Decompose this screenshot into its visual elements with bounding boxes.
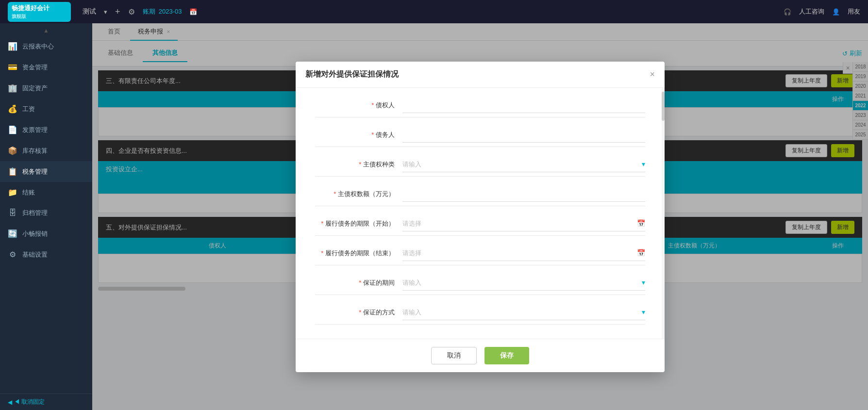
content-area: 首页 税务申报 × 基础信息 其他信息 ↺ 刷新: [92, 23, 868, 410]
logo-text: 畅捷通好会计: [12, 4, 50, 13]
modal-scrollbar-thumb[interactable]: [662, 92, 665, 121]
modal: 新增对外提供保证担保情况 × * 债权人: [296, 62, 665, 372]
tax-mgmt-icon: 📋: [8, 167, 17, 176]
period-start-input[interactable]: [402, 218, 637, 229]
sidebar-label-payroll: 工资: [22, 105, 35, 114]
form-row-guarantee-period: * 保证的期间 ▾: [315, 275, 645, 295]
debtor-input-wrap: [402, 127, 645, 143]
form-row-period-end: * 履行债务的期限（结束） 📅: [315, 246, 645, 265]
form-row-creditor: * 债权人: [315, 98, 645, 117]
add-icon[interactable]: +: [115, 7, 120, 17]
main-layout: ▲ 📊 云报表中心 💳 资金管理 🏢 固定资产 💰 工资 📄 发票管理 📦 库存…: [0, 23, 868, 410]
sidebar-label-closing: 结账: [22, 188, 35, 197]
debt-amount-label: * 主债权数额（万元）: [315, 190, 402, 198]
sidebar-label-tax-mgmt: 税务管理: [22, 167, 48, 176]
creditor-input-wrap: [402, 98, 645, 113]
company-name: 测试: [83, 7, 96, 16]
guarantee-method-input[interactable]: [402, 307, 642, 318]
logo-sub: 旗舰版: [12, 13, 50, 20]
sidebar-item-payroll[interactable]: 💰 工资: [0, 98, 92, 119]
service-icon: 🎧: [784, 8, 791, 16]
debtor-input[interactable]: [402, 129, 645, 140]
modal-title: 新增对外提供保证担保情况: [305, 69, 399, 80]
unfix-sidebar[interactable]: ◀ ◀ 取消固定: [0, 394, 92, 410]
sidebar-label-fund-mgmt: 资金管理: [22, 63, 48, 72]
sidebar-item-cloud-report[interactable]: 📊 云报表中心: [0, 36, 92, 57]
period-value: 2023-03: [159, 8, 182, 15]
form-row-debt-amount: * 主债权数额（万元）: [315, 186, 645, 206]
sidebar-item-archive[interactable]: 🗄 归档管理: [0, 203, 92, 223]
unfix-icon: ◀: [8, 399, 12, 406]
modal-close-button[interactable]: ×: [650, 70, 655, 79]
expense-icon: 🔄: [8, 229, 17, 238]
period-end-input-wrap: 📅: [402, 246, 645, 261]
period-label: 账期 2023-03: [143, 7, 182, 16]
creditor-label: * 债权人: [315, 101, 402, 110]
cancel-button[interactable]: 取消: [431, 347, 477, 364]
creditor-input[interactable]: [402, 99, 645, 111]
guarantee-period-input-wrap: ▾: [402, 275, 645, 291]
sidebar-label-base-settings: 基础设置: [22, 250, 48, 259]
period-end-input[interactable]: [402, 247, 637, 259]
debt-type-label: * 主债权种类: [315, 160, 402, 169]
base-settings-icon: ⚙: [8, 250, 17, 259]
sidebar: ▲ 📊 云报表中心 💳 资金管理 🏢 固定资产 💰 工资 📄 发票管理 📦 库存…: [0, 23, 92, 410]
user-label: 用友: [848, 7, 860, 16]
period-start-cal-icon[interactable]: 📅: [637, 219, 645, 227]
modal-scrollbar-track: [662, 88, 665, 339]
company-dropdown-icon[interactable]: ▾: [104, 8, 107, 16]
invoice-icon: 📄: [8, 125, 17, 134]
guarantee-period-input[interactable]: [402, 277, 642, 288]
sidebar-item-base-settings[interactable]: ⚙ 基础设置: [0, 244, 92, 265]
settings-icon[interactable]: ⚙: [128, 7, 135, 16]
guarantee-method-dropdown-icon[interactable]: ▾: [642, 308, 645, 316]
save-button[interactable]: 保存: [484, 347, 529, 364]
unfix-label: ◀ 取消固定: [14, 398, 45, 406]
inventory-icon: 📦: [8, 146, 17, 155]
fund-mgmt-icon: 💳: [8, 63, 17, 72]
fixed-assets-icon: 🏢: [8, 83, 17, 93]
sidebar-item-expense[interactable]: 🔄 小畅报销: [0, 223, 92, 244]
sidebar-item-closing[interactable]: 📁 结账: [0, 182, 92, 203]
sidebar-scroll-up[interactable]: ▲: [0, 25, 92, 36]
debtor-label: * 债务人: [315, 131, 402, 139]
debt-type-input-wrap: ▾: [402, 157, 645, 172]
sidebar-label-inventory: 库存核算: [22, 147, 48, 155]
topbar-right: 🎧 人工咨询 👤 用友: [784, 7, 860, 16]
calendar-icon[interactable]: 📅: [189, 8, 197, 16]
guarantee-period-dropdown-icon[interactable]: ▾: [642, 279, 645, 286]
form-row-period-start: * 履行债务的期限（开始） 📅: [315, 216, 645, 236]
sidebar-label-cloud-report: 云报表中心: [22, 42, 54, 51]
debt-amount-input[interactable]: [402, 188, 645, 199]
period-end-label: * 履行债务的期限（结束）: [315, 249, 402, 258]
form-row-guarantee-method: * 保证的方式 ▾: [315, 305, 645, 325]
period-start-input-wrap: 📅: [402, 216, 645, 231]
period-start-label: * 履行债务的期限（开始）: [315, 219, 402, 228]
modal-header: 新增对外提供保证担保情况 ×: [296, 62, 665, 88]
form-row-debt-type: * 主债权种类 ▾: [315, 157, 645, 177]
topbar: 畅捷通好会计 旗舰版 测试 ▾ + ⚙ 账期 2023-03 📅 🎧 人工咨询 …: [0, 0, 868, 23]
cloud-report-icon: 📊: [8, 42, 17, 51]
sidebar-item-invoice-mgmt[interactable]: 📄 发票管理: [0, 119, 92, 140]
guarantee-method-label: * 保证的方式: [315, 308, 402, 317]
archive-icon: 🗄: [8, 209, 17, 217]
sidebar-label-invoice-mgmt: 发票管理: [22, 126, 48, 134]
app-logo: 畅捷通好会计 旗舰版: [8, 2, 71, 22]
sidebar-label-expense: 小畅报销: [22, 230, 48, 238]
debt-type-dropdown-icon[interactable]: ▾: [642, 160, 645, 168]
form-row-debtor: * 债务人: [315, 127, 645, 147]
closing-icon: 📁: [8, 188, 17, 197]
user-icon: 👤: [832, 8, 840, 16]
sidebar-item-inventory[interactable]: 📦 库存核算: [0, 140, 92, 161]
guarantee-method-input-wrap: ▾: [402, 305, 645, 320]
sidebar-item-tax-mgmt[interactable]: 📋 税务管理: [0, 161, 92, 182]
period-end-cal-icon[interactable]: 📅: [637, 249, 645, 257]
sidebar-item-fixed-assets[interactable]: 🏢 固定资产: [0, 78, 92, 98]
sidebar-label-archive: 归档管理: [22, 209, 48, 217]
guarantee-period-label: * 保证的期间: [315, 279, 402, 287]
sidebar-label-fixed-assets: 固定资产: [22, 84, 48, 93]
modal-footer: 取消 保存: [296, 339, 665, 372]
service-label[interactable]: 人工咨询: [799, 7, 824, 16]
debt-type-input[interactable]: [402, 159, 642, 170]
sidebar-item-fund-mgmt[interactable]: 💳 资金管理: [0, 57, 92, 78]
